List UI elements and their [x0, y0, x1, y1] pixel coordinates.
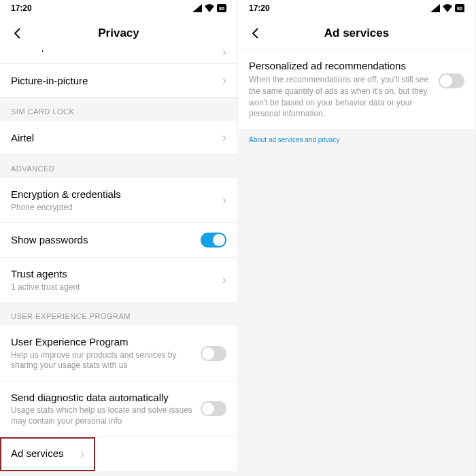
- svg-text:80: 80: [219, 6, 224, 11]
- row-sublabel: 1 active trust agent: [11, 282, 216, 293]
- row-label: VR helper services: [11, 50, 97, 52]
- status-time: 17:20: [11, 3, 32, 13]
- toggle-show-passwords[interactable]: [201, 233, 226, 248]
- chevron-right-icon: ›: [222, 73, 226, 88]
- chevron-right-icon: ›: [222, 193, 226, 207]
- status-icons: 80: [192, 4, 226, 12]
- back-button[interactable]: [246, 24, 265, 43]
- link-about-ad-services[interactable]: About ad services and privacy: [238, 129, 475, 150]
- row-sublabel: Phone encrypted: [11, 203, 216, 214]
- page-title: Privacy: [0, 27, 237, 40]
- wifi-icon: [443, 4, 452, 12]
- status-time: 17:20: [249, 3, 270, 13]
- section-advanced: ADVANCED: [0, 155, 237, 178]
- back-icon: [12, 27, 24, 39]
- section-gap: [0, 471, 237, 476]
- row-label: Airtel: [11, 131, 216, 145]
- chevron-right-icon: ›: [222, 131, 226, 145]
- chevron-right-icon: ›: [80, 447, 84, 461]
- row-ad-services[interactable]: Ad services ›: [0, 437, 95, 471]
- row-trust-agents[interactable]: Trust agents 1 active trust agent ›: [0, 258, 237, 303]
- battery-icon: 80: [455, 4, 464, 12]
- section-user-experience: USER EXPERIENCE PROGRAM: [0, 303, 237, 326]
- content: VR helper services › Picture-in-picture …: [0, 50, 237, 476]
- status-icons: 80: [430, 4, 464, 12]
- ad-services-screen: 17:20 80 Ad services Personalized ad rec…: [238, 0, 476, 476]
- row-label: Ad services: [11, 447, 73, 460]
- empty-area: [238, 150, 475, 476]
- status-bar: 17:20 80: [0, 0, 237, 16]
- battery-icon: 80: [217, 4, 226, 12]
- row-personalized-ads[interactable]: Personalized ad recommendations When the…: [238, 50, 475, 129]
- header: Ad services: [238, 16, 475, 50]
- toggle-personalized-ads[interactable]: [439, 73, 464, 88]
- row-encryption[interactable]: Encryption & credentials Phone encrypted…: [0, 178, 237, 223]
- back-icon: [250, 27, 262, 39]
- row-vr-helper[interactable]: VR helper services ›: [0, 50, 237, 64]
- row-label: Trust agents: [11, 267, 216, 281]
- row-picture-in-picture[interactable]: Picture-in-picture ›: [0, 64, 237, 98]
- row-label: Encryption & credentials: [11, 188, 216, 201]
- header: Privacy: [0, 16, 237, 50]
- chevron-right-icon: ›: [222, 273, 226, 287]
- toggle-uep[interactable]: [201, 346, 226, 361]
- row-sublabel: Usage stats which help us locate and sol…: [11, 405, 194, 426]
- signal-icon: [430, 4, 440, 12]
- back-button[interactable]: [8, 24, 27, 43]
- status-bar: 17:20 80: [238, 0, 475, 16]
- wifi-icon: [205, 4, 214, 12]
- signal-icon: [192, 4, 202, 12]
- row-label: Picture-in-picture: [11, 74, 216, 88]
- chevron-right-icon: ›: [222, 50, 226, 59]
- row-label: Send diagnostic data automatically: [11, 391, 194, 405]
- row-user-experience-program[interactable]: User Experience Program Help us improve …: [0, 326, 237, 381]
- row-send-diagnostic[interactable]: Send diagnostic data automatically Usage…: [0, 381, 237, 437]
- row-label: Show passwords: [11, 233, 194, 247]
- row-label: User Experience Program: [11, 335, 194, 349]
- svg-text:80: 80: [457, 6, 462, 11]
- privacy-screen: 17:20 80 Privacy VR helper services › Pi…: [0, 0, 238, 476]
- page-title: Ad services: [238, 27, 475, 40]
- row-airtel[interactable]: Airtel ›: [0, 121, 237, 155]
- row-label: Personalized ad recommendations: [249, 60, 432, 71]
- row-show-passwords[interactable]: Show passwords: [0, 223, 237, 258]
- row-sublabel: Help us improve our products and service…: [11, 350, 194, 371]
- section-sim-card-lock: SIM CARD LOCK: [0, 98, 237, 121]
- row-sublabel: When the recommendations are off, you'll…: [249, 74, 432, 120]
- toggle-diagnostic[interactable]: [201, 401, 226, 416]
